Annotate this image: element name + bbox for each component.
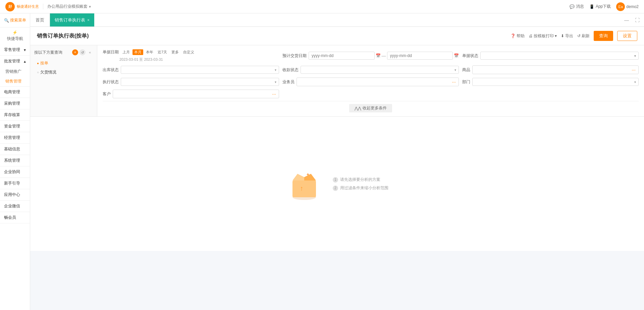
sidebar-item-marketing[interactable]: 营销推广: [0, 67, 30, 76]
user-profile[interactable]: Ea demo2: [616, 2, 639, 11]
nav-group-operations-header[interactable]: 经营管理: [0, 132, 30, 143]
period-tab-this-year[interactable]: 本年: [144, 49, 155, 55]
page-header: 销售订单执行表(按单) ❓ 帮助 🖨 按模板打印 ▾ ⬇ 导出: [30, 27, 644, 45]
department-field: 部门 ▾: [462, 78, 639, 86]
shipment-status-label: 出库状态: [103, 67, 119, 73]
app-download-label: App下载: [596, 4, 611, 9]
sidebar-item-sales[interactable]: 销售管理: [0, 76, 30, 86]
department-select-wrapper: ▾: [472, 78, 639, 86]
refresh-scheme-btn[interactable]: ↺: [79, 49, 86, 55]
customer-input-area[interactable]: ···: [113, 90, 279, 98]
date-end-calendar-icon[interactable]: 📅: [454, 53, 459, 58]
nav-group-inventory-header[interactable]: 库存核算: [0, 109, 30, 120]
salesperson-more-icon[interactable]: ···: [452, 79, 456, 85]
scheme-item-shortage[interactable]: ○ 欠货情况: [34, 68, 93, 77]
period-tab-custom[interactable]: 自定义: [181, 49, 196, 55]
nav-group-purchase-header[interactable]: 采购管理: [0, 98, 30, 109]
quick-nav-label: 快捷导航: [7, 36, 23, 42]
chevron-up-icon: ▴: [24, 59, 26, 64]
nav-group-finance: 资金管理: [0, 121, 30, 132]
help-btn[interactable]: ❓ 帮助: [511, 33, 525, 39]
tab-maximize-btn[interactable]: ⛶: [633, 16, 641, 24]
period-tab-last-month[interactable]: 上月: [121, 49, 131, 55]
nav-group-base-info-header[interactable]: 基础信息: [0, 144, 30, 155]
empty-svg: ✦ ↑: [286, 165, 323, 202]
logo-icon: 好: [5, 2, 15, 11]
search-menu-btn[interactable]: 🔍 搜索菜单: [2, 16, 28, 24]
top-bar-left: 好 畅捷通好生意 办公用品行业模拟账套 ▾: [5, 2, 91, 11]
nav-group-wechat-label: 企业微信: [4, 203, 20, 209]
nav-group-inventory: 库存核算: [0, 109, 30, 121]
nav-group-system-label: 系统管理: [4, 158, 20, 163]
nav-group-appstore-header[interactable]: 应用中心: [0, 189, 30, 200]
nav-group-vip-header[interactable]: 畅会员: [0, 212, 30, 223]
nav-group-wholesale: 批发管理 ▴ 营销推广 销售管理: [0, 56, 30, 87]
salesperson-label: 业务员: [282, 79, 294, 85]
shipment-status-select[interactable]: [121, 66, 279, 74]
tab-close-btn[interactable]: ×: [87, 18, 90, 22]
tab-active[interactable]: 销售订单执行表 ×: [50, 13, 94, 27]
status-select[interactable]: [480, 52, 639, 60]
nav-group-collab-header[interactable]: 企业协同: [0, 166, 30, 177]
salesperson-input-area[interactable]: ···: [297, 78, 459, 86]
forecast-date-end[interactable]: [387, 52, 453, 60]
app-download-btn[interactable]: 📱 App下载: [589, 4, 611, 9]
nav-group-base-info-label: 基础信息: [4, 146, 20, 152]
nav-group-ecommerce-label: 电商管理: [4, 89, 20, 95]
sidebar-search: 🔍 搜索菜单: [0, 13, 30, 28]
collapse-filter-btn[interactable]: ⋀⋀ 收起更多条件: [349, 104, 392, 112]
logo-area: 好 畅捷通好生意: [5, 2, 39, 11]
goods-more-icon[interactable]: ···: [632, 67, 636, 72]
sidebar-item-quick-nav[interactable]: ⚡ 快捷导航: [0, 28, 30, 44]
nav-group-wechat-header[interactable]: 企业微信: [0, 201, 30, 212]
refresh-btn[interactable]: ↺ 刷新: [577, 33, 590, 39]
dropdown-icon[interactable]: ▾: [89, 4, 91, 9]
department-select[interactable]: [472, 78, 639, 86]
sidebar: 🔍 搜索菜单 ⚡ 快捷导航 零售管理 ▾ 批发管理 ▴ 营销推广 销售管理 电商…: [0, 13, 30, 310]
nav-group-wholesale-header[interactable]: 批发管理 ▴: [0, 56, 30, 67]
period-tab-7days[interactable]: 近7天: [156, 49, 169, 55]
goods-input-area[interactable]: ···: [472, 65, 639, 74]
message-btn[interactable]: 💬 消息: [570, 4, 584, 9]
period-tab-more[interactable]: 更多: [170, 49, 180, 55]
empty-state-content: ✦ ↑ 1 请先选择要分析的方案 2: [286, 165, 388, 202]
forecast-date-start[interactable]: [309, 52, 375, 60]
date-start-calendar-icon[interactable]: 📅: [376, 53, 381, 58]
nav-group-newbie-header[interactable]: 新手引导: [0, 178, 30, 189]
app-title-area[interactable]: 办公用品行业模拟账套 ▾: [43, 4, 91, 9]
page-title: 销售订单执行表(按单): [37, 33, 89, 44]
quick-nav-icon: ⚡: [12, 30, 17, 35]
query-btn[interactable]: 查询: [594, 31, 613, 41]
collapse-scheme-btn[interactable]: «: [87, 49, 93, 55]
nav-group-newbie-label: 新手引导: [4, 180, 20, 186]
customer-more-icon[interactable]: ···: [272, 91, 276, 97]
tab-home-label: 首页: [36, 17, 44, 23]
goods-field: 商品 ···: [462, 65, 639, 74]
nav-group-collab-label: 企业协同: [4, 169, 20, 175]
department-label: 部门: [462, 79, 470, 85]
tip-1-num: 1: [333, 177, 338, 183]
export-btn[interactable]: ⬇ 导出: [561, 33, 573, 39]
nav-group-vip-label: 畅会员: [4, 215, 16, 220]
empty-state: ✦ ↑ 1 请先选择要分析的方案 2: [272, 152, 402, 216]
period-tab-this-month[interactable]: 本月: [132, 49, 143, 55]
nav-group-retail-header[interactable]: 零售管理 ▾: [0, 44, 30, 55]
user-avatar: Ea: [616, 2, 625, 11]
add-scheme-btn[interactable]: +: [72, 49, 78, 55]
payment-status-select-wrapper: ▾: [301, 66, 459, 74]
forecast-date-inputs: 📅 — 📅: [309, 52, 459, 60]
nav-group-finance-header[interactable]: 资金管理: [0, 121, 30, 132]
nav-group-system-header[interactable]: 系统管理: [0, 155, 30, 166]
goods-label: 商品: [462, 67, 470, 73]
print-btn[interactable]: 🖨 按模板打印 ▾: [529, 33, 557, 39]
scheme-item-by-order[interactable]: ● 按单: [34, 59, 93, 68]
execution-status-select[interactable]: [121, 78, 279, 86]
app-industry-title: 办公用品行业模拟账套: [47, 4, 88, 9]
payment-status-select[interactable]: [301, 66, 459, 74]
tab-minimize-btn[interactable]: —: [623, 16, 631, 24]
settings-btn[interactable]: 设置: [617, 31, 637, 41]
nav-group-ecommerce-header[interactable]: 电商管理: [0, 87, 30, 98]
refresh-icon: ↺: [577, 34, 581, 38]
tab-home[interactable]: 首页: [30, 13, 50, 27]
date-period-tabs: 上月 本月 本年 近7天 更多 自定义: [121, 49, 196, 55]
